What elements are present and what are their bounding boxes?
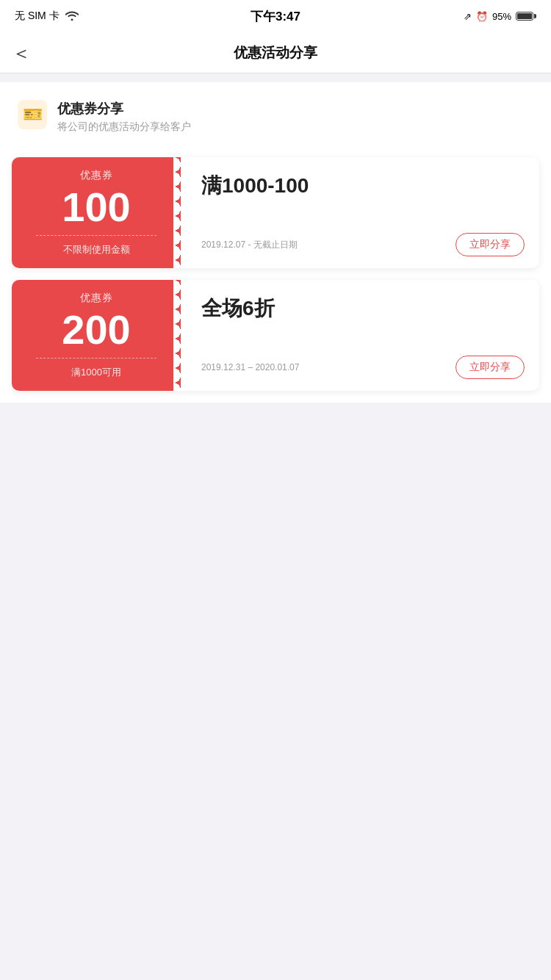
coupon-bottom-1: 2019.12.07 - 无截止日期 立即分享 [201, 233, 525, 256]
nav-bar: ＜ 优惠活动分享 [0, 32, 551, 73]
back-button[interactable]: ＜ [12, 43, 31, 62]
coupon-card-2: 优惠券 200 满1000可用 全场6折 2019.12.31 – 2020.0… [12, 280, 539, 391]
status-bar: 无 SIM 卡 下午3:47 ⇗ ⏰ 95% [0, 0, 551, 32]
coupon-bottom-2: 2019.12.31 – 2020.01.07 立即分享 [201, 356, 525, 379]
coupon-card-1: 优惠券 100 不限制使用金额 满1000-100 2019.12.07 - 无… [12, 157, 539, 268]
section-icon: 🎫 [18, 100, 47, 129]
coupon-share-button-2[interactable]: 立即分享 [455, 356, 525, 379]
coupon-condition-2: 满1000可用 [71, 366, 121, 379]
section-header: 🎫 优惠券分享 将公司的优惠活动分享给客户 [0, 82, 551, 145]
coupon-stub-label-1: 优惠券 [80, 169, 113, 182]
section-subtitle: 将公司的优惠活动分享给客户 [57, 120, 191, 134]
status-time: 下午3:47 [251, 8, 300, 25]
status-left: 无 SIM 卡 [15, 10, 79, 23]
coupon-detail-1: 满1000-100 2019.12.07 - 无截止日期 立即分享 [181, 157, 539, 268]
coupon-stub-1: 优惠券 100 不限制使用金额 [12, 157, 181, 268]
coupon-divider-1 [36, 235, 157, 236]
nav-title: 优惠活动分享 [234, 43, 317, 62]
alarm-icon: ⏰ [476, 11, 488, 22]
coupon-name-2: 全场6折 [201, 295, 525, 323]
section-title: 优惠券分享 [57, 100, 191, 118]
coupon-date-2: 2019.12.31 – 2020.01.07 [201, 362, 299, 372]
coupon-name-1: 满1000-100 [201, 172, 525, 200]
signal-label: 无 SIM 卡 [15, 10, 60, 23]
coupon-list: 优惠券 100 不限制使用金额 满1000-100 2019.12.07 - 无… [0, 145, 551, 403]
coupon-stub-value-1: 100 [62, 187, 130, 228]
battery-icon [516, 12, 536, 21]
wifi-icon [65, 10, 79, 23]
coupon-stub-2: 优惠券 200 满1000可用 [12, 280, 181, 391]
battery-percent: 95% [492, 11, 511, 22]
coupon-stub-value-2: 200 [62, 309, 130, 350]
coupon-date-1: 2019.12.07 - 无截止日期 [201, 239, 298, 251]
coupon-condition-1: 不限制使用金额 [63, 243, 130, 256]
coupon-stub-label-2: 优惠券 [80, 292, 113, 305]
empty-area [0, 403, 551, 829]
coupon-share-button-1[interactable]: 立即分享 [455, 233, 525, 256]
location-icon: ⇗ [464, 11, 472, 22]
status-right: ⇗ ⏰ 95% [464, 11, 536, 22]
section-text: 优惠券分享 将公司的优惠活动分享给客户 [57, 100, 191, 134]
coupon-detail-2: 全场6折 2019.12.31 – 2020.01.07 立即分享 [181, 280, 539, 391]
coupon-divider-2 [36, 358, 157, 359]
